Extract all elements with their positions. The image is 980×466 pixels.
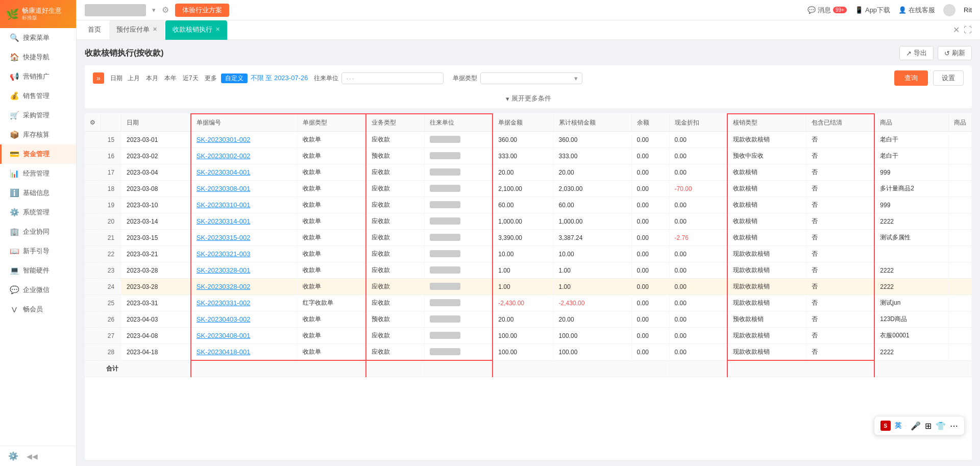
cell-bill-no[interactable]: SK-20230302-002 <box>191 148 298 164</box>
cell-bill-no[interactable]: SK-20230301-002 <box>191 132 298 148</box>
th-include-settled[interactable]: 包含已结清 <box>806 114 874 132</box>
unit-dots: ··· <box>346 75 355 82</box>
tab-prepay[interactable]: 预付应付单 ✕ <box>109 20 164 40</box>
sidebar-item-basic[interactable]: ℹ️基础信息 <box>0 183 76 203</box>
cell-goods2 <box>949 132 972 148</box>
type-filter-select[interactable]: ▾ <box>480 72 582 84</box>
filter-expand-button[interactable]: » <box>93 72 104 84</box>
filter-settings-button[interactable]: 设置 <box>933 70 964 86</box>
cell-bill-no[interactable]: SK-20230308-001 <box>191 181 298 197</box>
expand-chevron-icon: ▾ <box>506 95 509 103</box>
popup-icon-grid[interactable]: ⊞ <box>925 421 932 431</box>
popup-icon-english[interactable]: 英 <box>895 421 901 430</box>
cell-verify-type: 现款收款核销 <box>727 279 806 295</box>
cell-bill-no[interactable]: SK-20230408-001 <box>191 328 298 344</box>
sidebar-item-guide[interactable]: 📖新手引导 <box>0 241 76 261</box>
popup-icon-shirt[interactable]: 👕 <box>936 421 946 431</box>
user-avatar[interactable] <box>943 4 955 16</box>
sidebar-item-vip[interactable]: V畅会员 <box>0 300 76 319</box>
sidebar-item-search[interactable]: 🔍搜索菜单 <box>0 28 76 47</box>
date-more-btn[interactable]: 更多 <box>203 73 219 84</box>
cell-bill-no[interactable]: SK-20230331-002 <box>191 295 298 311</box>
cell-bill-no[interactable]: SK-20230314-001 <box>191 213 298 230</box>
total-bill-no <box>191 360 298 377</box>
online-service-btn[interactable]: 👤 在线客服 <box>898 6 935 15</box>
th-verify-type[interactable]: 核销类型 <box>727 114 806 132</box>
cell-goods2 <box>949 197 972 213</box>
cell-verify-type: 收款核销 <box>727 230 806 246</box>
sidebar-item-marketing[interactable]: 📢营销推广 <box>0 67 76 86</box>
sidebar-collapse-icon[interactable]: ◀◀ <box>27 452 38 460</box>
cell-biz-type: 应收款 <box>366 164 424 181</box>
cell-bill-no[interactable]: SK-20230321-003 <box>191 246 298 262</box>
date-7days-btn[interactable]: 近7天 <box>181 73 201 84</box>
popup-icon-dot[interactable]: · <box>905 424 906 428</box>
cell-bill-no[interactable]: SK-20230328-001 <box>191 262 298 279</box>
sidebar-item-quicknav[interactable]: 🏠快捷导航 <box>0 47 76 67</box>
th-goods[interactable]: 商品 <box>874 114 948 132</box>
cell-discount: 0.00 <box>669 311 727 328</box>
date-custom-btn[interactable]: 自定义 <box>221 73 248 83</box>
tab-home[interactable]: 首页 <box>81 20 108 40</box>
tabbar: 首页 预付应付单 ✕ 收款核销执行 ✕ ✕ ⛶ <box>77 20 980 40</box>
sidebar-item-wechat[interactable]: 💬企业微信 <box>0 280 76 300</box>
cell-bill-no[interactable]: SK-20230315-002 <box>191 230 298 246</box>
sidebar-settings-icon[interactable]: ⚙️ <box>8 451 18 461</box>
date-last-month-btn[interactable]: 上月 <box>126 73 142 84</box>
cell-date: 2023-03-21 <box>121 246 191 262</box>
cell-bill-no[interactable]: SK-20230304-001 <box>191 164 298 181</box>
cell-bill-no[interactable]: SK-20230310-001 <box>191 197 298 213</box>
date-this-month-btn[interactable]: 本月 <box>144 73 160 84</box>
sidebar-item-finance[interactable]: 💳资金管理 <box>0 144 76 164</box>
export-button[interactable]: ↗ 导出 <box>899 46 934 60</box>
tab-close-button[interactable]: ✕ <box>953 25 960 35</box>
solution-button[interactable]: 体验行业方案 <box>175 4 229 17</box>
th-unit[interactable]: 往来单位 <box>424 114 493 132</box>
cell-bill-no[interactable]: SK-20230403-002 <box>191 311 298 328</box>
cell-bill-no[interactable]: SK-20230328-002 <box>191 279 298 295</box>
popup-icon-mic[interactable]: 🎤 <box>911 421 921 431</box>
th-bill-no[interactable]: 单据编号 <box>191 114 298 132</box>
prepay-tab-close-icon[interactable]: ✕ <box>153 26 157 33</box>
table-scroll[interactable]: ⚙ 日期 单据编号 单据类型 业务类型 往来单位 单据金额 累计核销金额 余额 <box>85 113 972 460</box>
popup-icon-more[interactable]: ⋯ <box>950 421 958 431</box>
th-amount[interactable]: 单据金额 <box>493 114 553 132</box>
app-download-btn[interactable]: 📱 App下载 <box>855 6 890 15</box>
sidebar-item-operations[interactable]: 📊经营管理 <box>0 164 76 183</box>
tab-collection[interactable]: 收款核销执行 ✕ <box>165 20 227 40</box>
message-btn[interactable]: 💬 消息 99+ <box>807 6 847 15</box>
th-bill-type[interactable]: 单据类型 <box>298 114 366 132</box>
cell-amount: 10.00 <box>493 246 553 262</box>
date-this-year-btn[interactable]: 本年 <box>162 73 179 84</box>
cell-bill-type: 收款单 <box>298 246 366 262</box>
sidebar-item-enterprise[interactable]: 🏢企业协同 <box>0 222 76 241</box>
brand-selector[interactable] <box>85 4 146 16</box>
cell-goods2 <box>949 148 972 164</box>
expand-more-button[interactable]: ▾ 展开更多条件 <box>506 94 551 103</box>
cell-unit <box>424 279 493 295</box>
sidebar-item-system[interactable]: ⚙️系统管理 <box>0 203 76 222</box>
cell-bill-no[interactable]: SK-20230418-001 <box>191 344 298 361</box>
th-balance[interactable]: 余额 <box>631 114 669 132</box>
th-discount[interactable]: 现金折扣 <box>669 114 727 132</box>
query-button[interactable]: 查询 <box>894 70 928 86</box>
sidebar-item-purchase[interactable]: 🛒采购管理 <box>0 106 76 125</box>
sidebar-item-sales[interactable]: 💰销售管理 <box>0 86 76 106</box>
sidebar-item-hardware[interactable]: 💻智能硬件 <box>0 261 76 280</box>
unit-filter-input[interactable]: ··· <box>341 72 444 84</box>
th-settings[interactable]: ⚙ <box>85 114 101 132</box>
cell-unit <box>424 164 493 181</box>
th-date[interactable]: 日期 <box>121 114 191 132</box>
th-biz-type[interactable]: 业务类型 <box>366 114 424 132</box>
refresh-button[interactable]: ↺ 刷新 <box>938 46 972 60</box>
sidebar-vip-label: 畅会员 <box>23 305 43 314</box>
brand-chevron-icon[interactable]: ▾ <box>152 6 156 14</box>
cell-write-off: 20.00 <box>553 311 631 328</box>
sidebar-item-inventory[interactable]: 📦库存核算 <box>0 125 76 144</box>
settings-gear-icon[interactable]: ⚙ <box>162 5 169 15</box>
collection-tab-close-icon[interactable]: ✕ <box>215 26 220 33</box>
tab-fullscreen-button[interactable]: ⛶ <box>964 26 972 35</box>
th-write-off[interactable]: 累计核销金额 <box>553 114 631 132</box>
sidebar-marketing-icon: 📢 <box>10 72 19 81</box>
th-goods2[interactable]: 商品 <box>949 114 972 132</box>
